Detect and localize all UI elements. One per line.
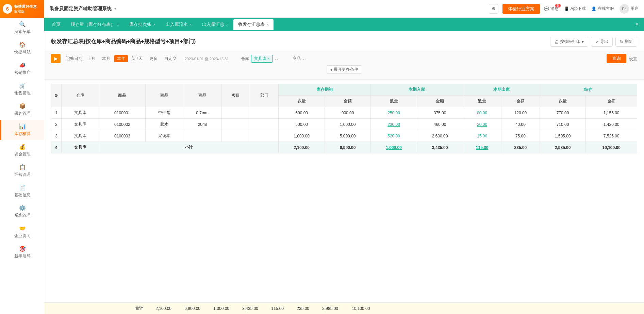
tab-close-inventory-dist[interactable]: × — [117, 23, 119, 27]
sidebar-item-system[interactable]: ⚙️ 系统管理 — [0, 201, 44, 222]
online-support-button[interactable]: 👤 在线客服 — [591, 6, 614, 12]
sidebar-item-sales[interactable]: 🛒 销售管理 — [0, 79, 44, 99]
app-logo: 6 畅捷通好生意 标准版 — [0, 0, 44, 18]
total-values: 2,100.00 6,900.00 1,000.00 3,435.00 115.… — [150, 306, 637, 311]
table-row: 3 文具库 0100003 采访本 1,000.00 5,000.00 520.… — [51, 130, 637, 142]
tab-bar-close-button[interactable]: × — [633, 21, 641, 28]
shortcut-this-month[interactable]: 本月 — [99, 55, 113, 62]
row3-in-qty[interactable]: 520.00 — [371, 130, 417, 142]
settings-gear-button[interactable]: ⚙ — [489, 4, 498, 14]
warehouse-filter-group: 仓库 文具库 × ... — [241, 55, 280, 63]
expand-more-button[interactable]: ▾ 展开更多条件 — [327, 65, 362, 74]
row2-goods-name: 胶水 — [145, 119, 183, 130]
tab-close-receive-send[interactable]: × — [267, 23, 269, 27]
row3-goods-code: 0100003 — [99, 130, 145, 142]
row3-in-amount: 2,600.00 — [417, 130, 463, 142]
export-button[interactable]: ↗ 导出 — [591, 37, 613, 47]
tab-flow[interactable]: 出入库流水 × — [161, 19, 197, 30]
row1-in-qty[interactable]: 250.00 — [371, 107, 417, 119]
goods-filter-group: 商品 ... — [293, 56, 308, 62]
shortcut-7days[interactable]: 近7天 — [129, 55, 145, 62]
row1-out-amount: 120.00 — [501, 107, 540, 119]
print-button[interactable]: 🖨 按模板打印 ▾ — [550, 37, 588, 47]
table-header-in-qty: 数量 — [371, 96, 417, 107]
refresh-icon: ↻ — [620, 39, 623, 44]
message-button[interactable]: 💬 消息 6 — [544, 6, 559, 12]
subtotal-in-qty[interactable]: 1,000.00 — [371, 142, 417, 153]
row1-opening-qty: 600.00 — [279, 107, 325, 119]
subtotal-out-amount: 235.00 — [501, 142, 540, 153]
row2-goods-code: 0100002 — [99, 119, 145, 130]
table-row: 1 文具库 0100001 中性笔 0.7mm 600.00 900.00 25… — [51, 107, 637, 119]
table-header-goods-name: 商品 — [145, 84, 183, 107]
filter-section: ▶ 记账日期 上月 本月 本年 近7天 更多 自定义 2023 — [44, 50, 644, 80]
table-header-goods-code: 商品 — [99, 84, 145, 107]
page-title-bar: 收发存汇总表(按仓库+商品编码+商品+规格型号+项目+部门) 🖨 按模板打印 ▾… — [44, 31, 644, 50]
table-header-opening-qty: 数量 — [279, 96, 325, 107]
table-container: ⚙ 仓库 商品 商品 商品 项目 部门 库存期初 本期入库 本期出库 结存 — [44, 84, 644, 160]
shortcut-more[interactable]: 更多 — [147, 55, 160, 62]
row1-warehouse: 文具库 — [62, 107, 99, 119]
sidebar-item-inventory[interactable]: 📊 库存核算 — [0, 120, 44, 140]
query-button[interactable]: 查询 — [607, 54, 626, 63]
row3-department — [250, 130, 279, 142]
filter-expand-button[interactable]: ▶ — [51, 54, 61, 63]
message-badge: 6 — [555, 4, 561, 7]
tab-close-batch[interactable]: × — [153, 23, 155, 27]
sidebar-item-operations[interactable]: 📋 经营管理 — [0, 161, 44, 181]
tab-summary-inout[interactable]: 出入库汇总 × — [197, 19, 233, 30]
settings-link[interactable]: 设置 — [629, 56, 637, 62]
row2-gear[interactable]: 2 — [51, 119, 62, 130]
warehouse-ellipsis[interactable]: ... — [275, 56, 280, 61]
row3-balance-qty: 1,505.00 — [540, 130, 585, 142]
shortcut-custom[interactable]: 自定义 — [162, 55, 179, 62]
shortcut-last-month[interactable]: 上月 — [84, 55, 98, 62]
row1-gear[interactable]: 1 — [51, 107, 62, 119]
sidebar-item-purchase[interactable]: 📦 采购管理 — [0, 99, 44, 120]
sidebar-item-basics[interactable]: 📄 基础信息 — [0, 181, 44, 201]
trial-button[interactable]: 体验行业方案 — [502, 4, 540, 14]
row2-out-qty[interactable]: 20.00 — [463, 119, 501, 130]
expand-chevron-icon: ▾ — [330, 67, 332, 72]
shortcut-this-year[interactable]: 本年 — [114, 55, 128, 62]
tab-home[interactable]: 首页 — [47, 19, 65, 30]
tab-close-flow[interactable]: × — [190, 23, 192, 27]
subtotal-out-qty[interactable]: 115.00 — [463, 142, 501, 153]
warehouse-tag-close[interactable]: × — [268, 57, 270, 61]
table-header-warehouse: 仓库 — [62, 84, 99, 107]
row2-opening-amount: 1,000.00 — [325, 119, 370, 130]
sidebar-item-marketing[interactable]: 📣 营销推广 — [0, 59, 44, 79]
refresh-button[interactable]: ↻ 刷新 — [615, 37, 637, 47]
tab-receive-send-summary[interactable]: 收发存汇总表 × — [233, 19, 274, 30]
sidebar-item-collab[interactable]: 🤝 企业协同 — [0, 222, 44, 242]
sidebar-item-nav[interactable]: 🏠 快捷导航 — [0, 38, 44, 59]
row2-in-qty[interactable]: 230.00 — [371, 119, 417, 130]
sidebar-item-search[interactable]: 🔍 搜索菜单 — [0, 18, 44, 38]
title-dropdown-arrow[interactable]: ▾ — [114, 7, 116, 11]
date-range-text: 2023-01-01 至 2023-12-31 — [185, 56, 229, 62]
tab-inventory-dist[interactable]: 现存量（库存分布表） × — [66, 19, 124, 30]
row3-out-qty[interactable]: 15.00 — [463, 130, 501, 142]
tab-close-summary-inout[interactable]: × — [226, 23, 228, 27]
goods-ellipsis[interactable]: ... — [303, 56, 308, 61]
app-download-button[interactable]: 📱 App下载 — [564, 6, 586, 12]
row2-balance-qty: 710.00 — [540, 119, 585, 130]
subtotal-label: 小计 — [99, 142, 279, 153]
expand-section: ▾ 展开更多条件 — [51, 63, 637, 76]
row2-out-amount: 40.00 — [501, 119, 540, 130]
logo-icon: 6 — [3, 4, 12, 14]
sidebar-item-guide[interactable]: 🎯 新手引导 — [0, 242, 44, 263]
sales-icon: 🛒 — [19, 82, 26, 89]
row1-out-qty[interactable]: 80.00 — [463, 107, 501, 119]
subtotal-balance-qty: 2,985.00 — [540, 142, 585, 153]
user-menu[interactable]: Ea 用户 — [620, 4, 639, 14]
table-header-settings[interactable]: ⚙ — [51, 84, 62, 107]
subtotal-in-amount: 3,435.00 — [417, 142, 463, 153]
inventory-icon: 📊 — [19, 123, 26, 130]
sidebar-item-finance[interactable]: 💰 资金管理 — [0, 140, 44, 161]
purchase-icon: 📦 — [19, 103, 26, 109]
print-dropdown-icon[interactable]: ▾ — [582, 39, 584, 44]
avatar: Ea — [620, 4, 629, 14]
row3-gear[interactable]: 3 — [51, 130, 62, 142]
tab-batch[interactable]: 库存批次账 × — [125, 19, 160, 30]
